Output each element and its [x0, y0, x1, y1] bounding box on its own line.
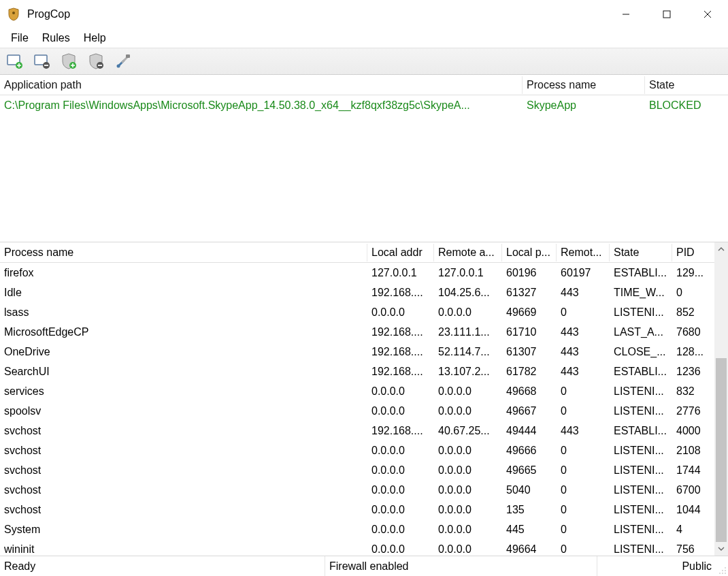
close-button[interactable] — [687, 0, 728, 29]
connections-table-row[interactable]: OneDrive192.168....52.114.7...61307443CL… — [0, 342, 714, 362]
cell-remote-addr: 13.107.2... — [434, 364, 502, 379]
cell-app-path: C:\Program Files\WindowsApps\Microsoft.S… — [0, 97, 523, 114]
cell-remote-port: 0 — [557, 305, 610, 320]
cell-local-port: 61327 — [502, 285, 557, 300]
cell-local-addr: 192.168.... — [367, 325, 434, 340]
cell-remote-port: 443 — [557, 345, 610, 359]
cell-process-name: lsass — [0, 305, 367, 320]
col-state[interactable]: State — [645, 76, 724, 94]
status-ready: Ready — [0, 556, 325, 576]
col-process-name[interactable]: Process name — [0, 244, 367, 261]
cell-local-port: 5040 — [502, 483, 557, 498]
cell-pid: 129... — [672, 266, 710, 281]
connections-table-row[interactable]: svchost0.0.0.00.0.0.050400LISTENI...6700 — [0, 480, 714, 500]
cell-conn-state: LISTENI... — [610, 522, 672, 537]
cell-local-addr: 0.0.0.0 — [367, 463, 434, 478]
cell-process-name: spoolsv — [0, 404, 367, 419]
cell-local-addr: 0.0.0.0 — [367, 443, 434, 458]
remove-rule-button[interactable] — [30, 50, 53, 73]
scroll-thumb[interactable] — [716, 358, 727, 542]
col-app-path[interactable]: Application path — [0, 76, 523, 94]
connections-table-row[interactable]: MicrosoftEdgeCP192.168....23.111.1...617… — [0, 322, 714, 342]
cell-pid: 7680 — [672, 325, 710, 340]
connections-table-row[interactable]: services0.0.0.00.0.0.0496680LISTENI...83… — [0, 381, 714, 401]
cell-local-port: 61710 — [502, 325, 557, 340]
connections-table-row[interactable]: svchost0.0.0.00.0.0.01350LISTENI...1044 — [0, 500, 714, 519]
cell-local-port: 49667 — [502, 404, 557, 419]
cell-local-addr: 0.0.0.0 — [367, 384, 434, 399]
connections-table-row[interactable]: wininit0.0.0.00.0.0.0496640LISTENI...756 — [0, 539, 714, 556]
connections-table-row[interactable]: lsass0.0.0.00.0.0.0496690LISTENI...852 — [0, 302, 714, 322]
cell-local-addr: 0.0.0.0 — [367, 502, 434, 517]
cell-pid: 756 — [672, 542, 710, 556]
cell-conn-state: ESTABLI... — [610, 423, 672, 438]
cell-process-name: svchost — [0, 502, 367, 517]
connections-table-row[interactable]: SearchUI192.168....13.107.2...61782443ES… — [0, 362, 714, 381]
col-local-port[interactable]: Local p... — [502, 244, 557, 261]
resize-grip-icon[interactable] — [717, 565, 727, 575]
scroll-up-icon[interactable] — [714, 242, 728, 256]
cell-local-addr: 192.168.... — [367, 423, 434, 438]
connections-table-row[interactable]: svchost192.168....40.67.25...49444443EST… — [0, 421, 714, 441]
scroll-down-icon[interactable] — [714, 542, 728, 556]
cell-pid: 4000 — [672, 423, 710, 438]
menu-file[interactable]: File — [4, 31, 35, 46]
col-process-name[interactable]: Process name — [523, 76, 645, 94]
maximize-button[interactable] — [646, 0, 687, 29]
cell-remote-port: 60197 — [557, 266, 610, 281]
col-pid[interactable]: PID — [672, 244, 710, 261]
cell-conn-state: LISTENI... — [610, 483, 672, 498]
col-conn-state[interactable]: State — [610, 244, 672, 261]
col-remote-port[interactable]: Remot... — [557, 244, 610, 261]
connections-table-row[interactable]: svchost0.0.0.00.0.0.0496660LISTENI...210… — [0, 441, 714, 460]
svg-rect-2 — [663, 11, 670, 18]
connections-table: Process name Local addr Remote a... Loca… — [0, 242, 728, 556]
connections-table-row[interactable]: System0.0.0.00.0.0.04450LISTENI...4 — [0, 519, 714, 539]
rules-table-header: Application path Process name State — [0, 75, 728, 95]
status-network: Public — [597, 556, 728, 576]
cell-remote-addr: 0.0.0.0 — [434, 463, 502, 478]
cell-remote-addr: 52.114.7... — [434, 345, 502, 359]
cell-local-port: 49444 — [502, 423, 557, 438]
col-remote-addr[interactable]: Remote a... — [434, 244, 502, 261]
connections-table-row[interactable]: firefox127.0.0.1127.0.0.16019660197ESTAB… — [0, 263, 714, 283]
connections-table-row[interactable]: svchost0.0.0.00.0.0.0496650LISTENI...174… — [0, 460, 714, 480]
vertical-scrollbar[interactable] — [714, 242, 728, 556]
cell-pid: 0 — [672, 285, 710, 300]
connections-table-row[interactable]: Idle192.168....104.25.6...61327443TIME_W… — [0, 283, 714, 302]
cell-pid: 2776 — [672, 404, 710, 419]
cell-conn-state: LISTENI... — [610, 463, 672, 478]
cell-local-port: 61307 — [502, 345, 557, 359]
cell-remote-port: 0 — [557, 404, 610, 419]
toolbar — [0, 48, 728, 75]
rules-table-row[interactable]: C:\Program Files\WindowsApps\Microsoft.S… — [0, 95, 728, 116]
cell-pid: 1236 — [672, 364, 710, 379]
cell-remote-port: 443 — [557, 285, 610, 300]
cell-process-name: svchost — [0, 483, 367, 498]
cell-conn-state: LISTENI... — [610, 443, 672, 458]
shield-allow-button[interactable] — [57, 50, 80, 73]
cell-remote-addr: 0.0.0.0 — [434, 522, 502, 537]
settings-button[interactable] — [112, 50, 135, 73]
cell-conn-state: TIME_W... — [610, 285, 672, 300]
add-rule-button[interactable] — [3, 50, 26, 73]
minimize-button[interactable] — [606, 0, 646, 29]
svg-point-15 — [725, 570, 726, 571]
cell-process-name: SkypeApp — [523, 97, 645, 114]
cell-conn-state: LISTENI... — [610, 502, 672, 517]
menu-help[interactable]: Help — [77, 31, 113, 46]
shield-block-button[interactable] — [84, 50, 107, 73]
svg-point-18 — [725, 573, 726, 574]
cell-local-addr: 0.0.0.0 — [367, 542, 434, 556]
svg-point-17 — [722, 573, 723, 574]
window-title: ProgCop — [27, 8, 70, 20]
cell-remote-addr: 0.0.0.0 — [434, 305, 502, 320]
cell-conn-state: LISTENI... — [610, 542, 672, 556]
connections-table-row[interactable]: spoolsv0.0.0.00.0.0.0496670LISTENI...277… — [0, 401, 714, 421]
cell-pid: 128... — [672, 345, 710, 359]
menu-rules[interactable]: Rules — [35, 31, 77, 46]
cell-pid: 4 — [672, 522, 710, 537]
col-local-addr[interactable]: Local addr — [367, 244, 434, 261]
cell-remote-addr: 0.0.0.0 — [434, 502, 502, 517]
cell-local-port: 60196 — [502, 266, 557, 281]
